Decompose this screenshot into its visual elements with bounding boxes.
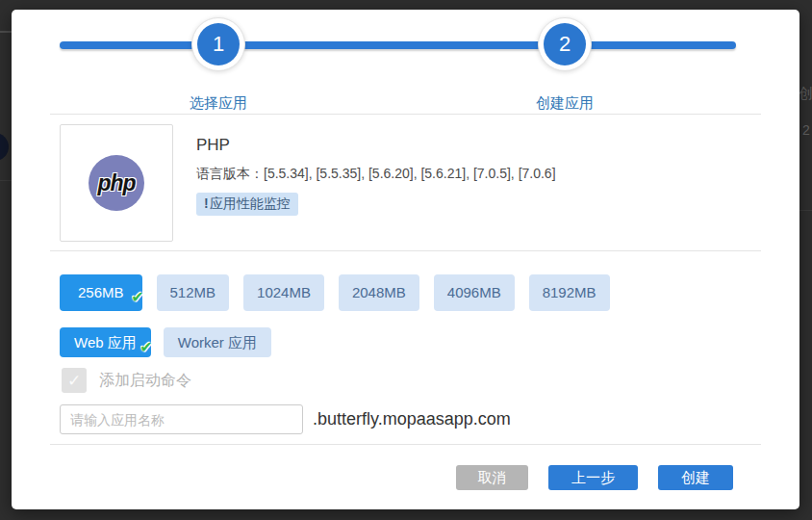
divider — [50, 114, 761, 115]
background-text-fragment: 2 — [802, 122, 810, 138]
apm-badge: !应用性能监控 — [196, 193, 298, 216]
memory-option-label: 8192MB — [543, 284, 596, 300]
checkbox-check-icon: ✓ — [67, 371, 81, 391]
memory-option-512mb[interactable]: 512MB ✔ — [157, 274, 230, 311]
app-name-input[interactable] — [60, 404, 303, 434]
memory-option-label: 1024MB — [257, 284, 311, 300]
background-fragment-line — [799, 210, 812, 211]
startup-command-checkbox[interactable]: ✓ — [62, 368, 87, 393]
exclamation-icon: ! — [204, 195, 209, 211]
divider — [50, 444, 761, 445]
app-info: PHP 语言版本：[5.5.34], [5.5.35], [5.6.20], [… — [196, 136, 556, 216]
background-text-fragment: 创 — [799, 85, 812, 103]
app-type-label: Web 应用 — [74, 334, 137, 351]
step-1-label: 选择应用 — [141, 94, 295, 113]
apm-badge-label: 应用性能监控 — [210, 195, 291, 211]
app-type-option-worker[interactable]: Worker 应用 ✔ — [164, 327, 271, 357]
selected-check-icon: ✔ — [140, 332, 152, 362]
cancel-button[interactable]: 取消 — [456, 465, 528, 490]
memory-option-8192mb[interactable]: 8192MB ✔ — [529, 274, 610, 311]
memory-option-4096mb[interactable]: 4096MB ✔ — [434, 274, 515, 311]
app-type-option-web[interactable]: Web 应用 ✔ — [60, 327, 151, 357]
background-fragment-line — [0, 180, 12, 181]
step-1-node[interactable]: 1 — [191, 17, 245, 71]
memory-options-row: 256MB ✔ 512MB ✔ 1024MB ✔ 2048MB ✔ 4096MB… — [60, 274, 610, 311]
create-button[interactable]: 创建 — [658, 465, 733, 490]
background-logo-circle — [0, 133, 9, 161]
memory-option-label: 256MB — [78, 284, 124, 300]
step-2-node[interactable]: 2 — [538, 17, 592, 71]
selected-check-icon: ✔ — [131, 279, 143, 316]
create-app-dialog: 1 2 选择应用 创建应用 php PHP 语言版本：[5.5.34], [5.… — [12, 10, 799, 509]
background-fragment-line — [0, 31, 12, 33]
app-name-row: .butterfly.mopaasapp.com — [60, 404, 511, 434]
domain-suffix: .butterfly.mopaasapp.com — [313, 409, 511, 429]
step-1-number: 1 — [197, 23, 240, 65]
dialog-footer: 取消 上一步 创建 — [12, 465, 733, 490]
divider — [50, 250, 761, 251]
memory-option-1024mb[interactable]: 1024MB ✔ — [243, 274, 324, 311]
step-2-number: 2 — [544, 23, 586, 65]
previous-step-button[interactable]: 上一步 — [548, 465, 638, 490]
memory-option-label: 4096MB — [447, 284, 501, 300]
memory-option-256mb[interactable]: 256MB ✔ — [60, 274, 142, 311]
app-title: PHP — [196, 136, 556, 155]
app-type-row: Web 应用 ✔ Worker 应用 ✔ — [60, 327, 271, 357]
stepper-progress-bar — [60, 41, 736, 49]
memory-option-2048mb[interactable]: 2048MB ✔ — [339, 274, 419, 311]
startup-command-row: ✓ 添加启动命令 — [62, 368, 191, 393]
php-logo-text: php — [97, 170, 135, 196]
step-2-label: 创建应用 — [488, 94, 642, 113]
memory-option-label: 2048MB — [352, 284, 406, 300]
app-versions: 语言版本：[5.5.34], [5.5.35], [5.6.20], [5.6.… — [196, 166, 556, 183]
selected-app-card: php — [60, 124, 173, 242]
app-type-label: Worker 应用 — [178, 334, 257, 351]
startup-command-label: 添加启动命令 — [99, 371, 191, 391]
memory-option-label: 512MB — [170, 284, 216, 300]
php-logo-icon: php — [89, 155, 144, 211]
